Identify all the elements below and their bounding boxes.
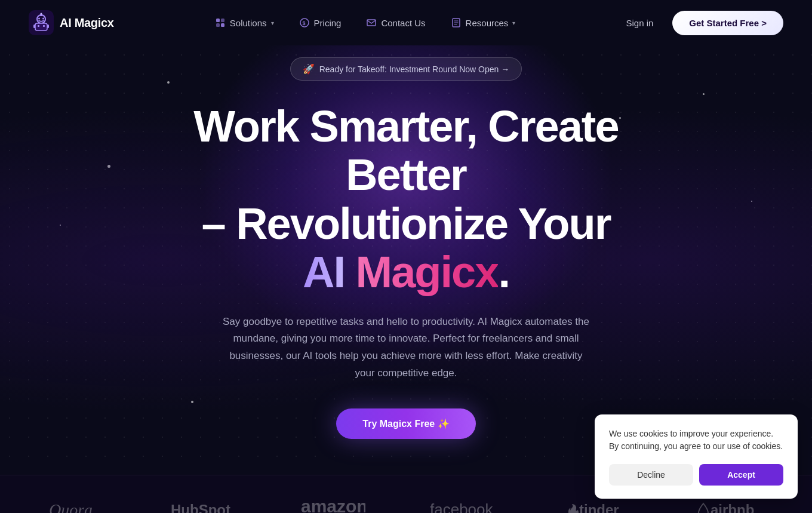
airbnb-svg: airbnb [693,499,764,513]
logo-facebook: facebook [429,499,500,513]
solutions-chevron: ▾ [271,20,274,26]
svg-rect-7 [38,25,39,27]
hero-title-ai: AI [303,247,345,297]
rocket-icon: 🚀 [303,63,315,75]
logo-tinder: tinder 🔥 [564,499,629,513]
hero-title-line3: AI Magicx. [167,248,645,296]
solutions-icon [215,17,226,28]
logo-hubspot: HubSpot [171,499,236,513]
svg-rect-11 [216,19,220,22]
cookie-actions: Decline Accept [609,464,783,486]
sparkle-3 [107,165,110,168]
amazon-svg: amazon [300,494,365,513]
svg-rect-9 [33,24,35,28]
svg-text:🔥: 🔥 [566,503,581,513]
cookie-accept-button[interactable]: Accept [699,464,783,486]
hero-description: Say goodbye to repetitive tasks and hell… [221,314,591,383]
svg-rect-12 [221,19,224,22]
nav-item-solutions[interactable]: Solutions ▾ [204,13,285,33]
sparkle-1 [167,81,170,84]
svg-rect-10 [47,24,49,28]
nav-actions: Sign in Get Started Free > [616,11,783,35]
svg-rect-14 [221,23,224,27]
sparkle-5 [191,401,193,403]
hero-section: 🚀 Ready for Takeoff: Investment Round No… [0,45,812,475]
svg-text:tinder: tinder [579,502,619,513]
svg-rect-13 [216,23,220,27]
tinder-svg: tinder 🔥 [564,499,629,513]
svg-rect-8 [43,25,45,27]
try-magicx-button[interactable]: Try Magicx Free ✨ [336,408,475,439]
hubspot-svg: HubSpot [171,499,236,513]
logo[interactable]: AI Magicx [29,10,114,35]
logo-text: AI Magicx [60,16,114,30]
logo-airbnb: airbnb [693,499,764,513]
svg-text:amazon: amazon [301,496,365,513]
cookie-text: We use cookies to improve your experienc… [609,428,783,453]
svg-text:$: $ [302,20,305,26]
nav-item-contact[interactable]: Contact Us [355,13,436,33]
svg-text:airbnb: airbnb [710,502,754,513]
get-started-button[interactable]: Get Started Free > [672,11,783,35]
facebook-svg: facebook [429,499,500,513]
svg-text:Quora: Quora [49,500,93,513]
nav-item-resources[interactable]: Resources ▾ [440,13,527,33]
hero-title: Work Smarter, Create Better – Revolution… [167,102,645,297]
logo-icon [29,10,54,35]
sparkle-7 [60,225,61,226]
sparkle-4 [703,93,705,95]
contact-icon [366,17,377,28]
announcement-badge[interactable]: 🚀 Ready for Takeoff: Investment Round No… [290,57,522,81]
cookie-decline-button[interactable]: Decline [609,464,693,486]
svg-text:HubSpot: HubSpot [171,502,230,513]
hero-title-magicx: Magicx [356,247,499,297]
svg-point-3 [42,18,44,20]
logo-quora: Quora [48,499,107,513]
cookie-banner: We use cookies to improve your experienc… [595,414,798,499]
sparkle-8 [751,201,752,202]
svg-text:facebook: facebook [430,500,494,513]
signin-button[interactable]: Sign in [616,13,663,33]
hero-title-line1: Work Smarter, Create Better [167,102,645,199]
svg-point-2 [38,18,40,20]
nav-links: Solutions ▾ $ Pricing Contact Us Res [204,13,526,33]
resources-chevron: ▾ [512,20,515,26]
hero-title-line2: – Revolutionize Your [167,199,645,248]
resources-icon [451,17,462,28]
svg-rect-6 [35,23,47,30]
quora-svg: Quora [48,499,107,513]
svg-point-5 [41,13,42,15]
hero-title-dot: . [498,247,509,297]
navbar: AI Magicx Solutions ▾ $ Pricing [0,0,812,45]
pricing-icon: $ [299,17,310,28]
logo-amazon: amazon [300,494,365,513]
announcement-text: Ready for Takeoff: Investment Round Now … [319,64,510,74]
nav-item-pricing[interactable]: $ Pricing [288,13,352,33]
